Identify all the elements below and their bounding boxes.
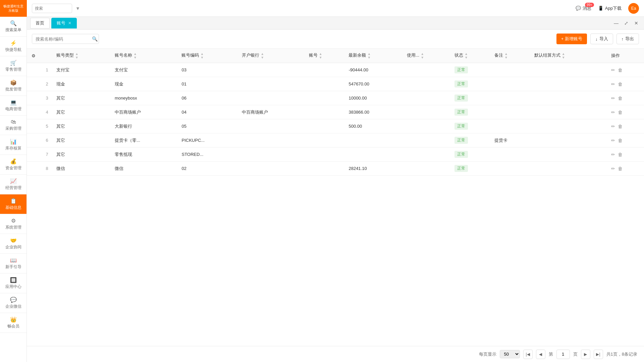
edit-icon[interactable]: ✏ (611, 96, 615, 101)
sidebar-item-basic-info[interactable]: 📋 基础信息 (0, 194, 26, 214)
action-col: ✏ 🗑 (611, 138, 641, 143)
row-settings (27, 91, 40, 105)
page-number-input[interactable] (556, 350, 570, 359)
search-menu-icon: 🔍 (2, 20, 25, 26)
status-badge: 正常 (454, 66, 468, 73)
delete-icon[interactable]: 🗑 (618, 166, 623, 171)
row-num: 3 (40, 91, 54, 105)
export-button[interactable]: ↑ 导出 (616, 34, 639, 44)
delete-icon[interactable]: 🗑 (618, 96, 623, 101)
sidebar-item-corp-wechat[interactable]: 💬 企业微信 (0, 293, 26, 313)
col-settings[interactable]: ⚙ (27, 49, 40, 63)
header-right: 💬 消息 99+ 📱 App下载 Ea (576, 3, 639, 14)
export-label: 导出 (625, 36, 634, 42)
sidebar-item-quick-nav[interactable]: ⚡ 快捷导航 (0, 37, 26, 56)
dropdown-arrow-icon[interactable]: ▼ (75, 6, 80, 11)
sidebar-item-label: 资金管理 (5, 166, 21, 170)
row-remark (492, 119, 532, 133)
sidebar-item-label: 批发管理 (5, 87, 21, 92)
row-settings (27, 119, 40, 133)
app-download-button[interactable]: 📱 App下载 (598, 5, 622, 11)
search-input[interactable] (32, 35, 89, 44)
col-account-type[interactable]: 账号类型▲▼ (54, 49, 112, 63)
basic-info-icon: 📋 (2, 198, 25, 204)
tab-home[interactable]: 首页 (30, 18, 50, 28)
col-remark[interactable]: 备注▲▼ (492, 49, 532, 63)
sidebar-item-purchase[interactable]: 🛍 采购管理 (0, 116, 26, 135)
wholesale-icon: 📦 (2, 79, 25, 86)
col-account[interactable]: 账号▲▼ (306, 49, 346, 63)
sidebar-item-corp-agreement[interactable]: 🤝 企业协同 (0, 234, 26, 254)
sidebar-item-wholesale[interactable]: 📦 批发管理 (0, 76, 26, 96)
delete-icon[interactable]: 🗑 (618, 110, 623, 115)
delete-icon[interactable]: 🗑 (618, 81, 623, 87)
page-label-before: 第 (549, 351, 553, 357)
sidebar-item-vip[interactable]: 👑 畅会员 (0, 313, 26, 333)
tab-account[interactable]: 账号 ✕ (51, 18, 77, 28)
corp-wechat-icon: 💬 (2, 297, 25, 303)
delete-icon[interactable]: 🗑 (618, 67, 623, 73)
row-account-name: 微信 (112, 162, 179, 176)
sidebar-item-ecommerce[interactable]: 💻 电商管理 (0, 96, 26, 116)
tab-minimize-button[interactable]: — (612, 19, 621, 27)
page-next-button[interactable]: ▶ (581, 350, 590, 359)
edit-icon[interactable]: ✏ (611, 138, 615, 143)
row-balance: 10000.00 (346, 91, 404, 105)
sidebar-item-new-guide[interactable]: 📖 新手引导 (0, 254, 26, 274)
sidebar-item-label: 企业协同 (5, 245, 21, 249)
row-usage (404, 63, 452, 77)
page-last-button[interactable]: ▶| (594, 350, 603, 359)
delete-icon[interactable]: 🗑 (618, 138, 623, 143)
col-status[interactable]: 状态▲▼ (452, 49, 492, 63)
purchase-icon: 🛍 (2, 119, 25, 125)
edit-icon[interactable]: ✏ (611, 67, 615, 73)
table-row: 1 支付宝 支付宝 03 -90444.00 正常 ✏ 🗑 (27, 63, 644, 77)
edit-icon[interactable]: ✏ (611, 166, 615, 171)
import-button[interactable]: ↓ 导入 (590, 34, 613, 44)
row-bank: 中百商场账户 (239, 105, 306, 119)
col-account-name[interactable]: 账号名称▲▼ (112, 49, 179, 63)
row-action: ✏ 🗑 (608, 147, 644, 162)
action-col: ✏ 🗑 (611, 96, 641, 101)
delete-icon[interactable]: 🗑 (618, 152, 623, 157)
row-account-type: 支付宝 (54, 63, 112, 77)
sidebar-item-sys[interactable]: ⚙ 系统管理 (0, 214, 26, 234)
page-prev-button[interactable]: ◀ (536, 350, 545, 359)
col-default-payment[interactable]: 默认结算方式▲▼ (532, 49, 608, 63)
row-account-type: 其它 (54, 119, 112, 133)
tab-close-icon[interactable]: ✕ (68, 21, 71, 25)
edit-icon[interactable]: ✏ (611, 110, 615, 115)
status-badge: 正常 (454, 137, 468, 144)
page-first-button[interactable]: |◀ (523, 350, 533, 359)
row-account (306, 77, 346, 91)
status-badge: 正常 (454, 165, 468, 172)
delete-icon[interactable]: 🗑 (618, 124, 623, 129)
col-balance[interactable]: 最新余额▲▼ (346, 49, 404, 63)
sidebar-item-app-center[interactable]: 🔲 应用中心 (0, 274, 26, 293)
avatar[interactable]: Ea (628, 3, 639, 14)
sidebar-item-label: 畅会员 (7, 324, 19, 328)
tab-close-all-button[interactable]: ✕ (632, 19, 641, 27)
edit-icon[interactable]: ✏ (611, 152, 615, 157)
edit-icon[interactable]: ✏ (611, 81, 615, 87)
row-balance: -90444.00 (346, 63, 404, 77)
row-account-code: STORED... (179, 147, 239, 162)
edit-icon[interactable]: ✏ (611, 124, 615, 129)
sidebar-item-retail[interactable]: 🛒 零售管理 (0, 56, 26, 76)
col-usage[interactable]: 使用...▲▼ (404, 49, 452, 63)
tab-expand-button[interactable]: ⤢ (622, 19, 631, 27)
table-row: 4 其它 中百商场账户 04 中百商场账户 383866.00 正常 ✏ 🗑 (27, 105, 644, 119)
add-account-button[interactable]: + 新增账号 (556, 34, 587, 44)
sidebar-item-inventory[interactable]: 📊 库存核算 (0, 135, 26, 155)
top-search-input[interactable] (32, 4, 72, 13)
message-button[interactable]: 💬 消息 99+ (576, 5, 591, 11)
col-bank[interactable]: 开户银行▲▼ (239, 49, 306, 63)
search-button[interactable]: 🔍 (89, 34, 99, 44)
sidebar-item-ops[interactable]: 📈 经营管理 (0, 175, 26, 194)
col-account-code[interactable]: 账号编码▲▼ (179, 49, 239, 63)
sidebar-item-search-menu[interactable]: 🔍 搜索菜单 (0, 17, 26, 37)
action-col: ✏ 🗑 (611, 110, 641, 115)
sidebar-item-fund[interactable]: 💰 资金管理 (0, 155, 26, 175)
page-size-select[interactable]: 50 10 20 100 (500, 350, 520, 358)
row-usage (404, 105, 452, 119)
